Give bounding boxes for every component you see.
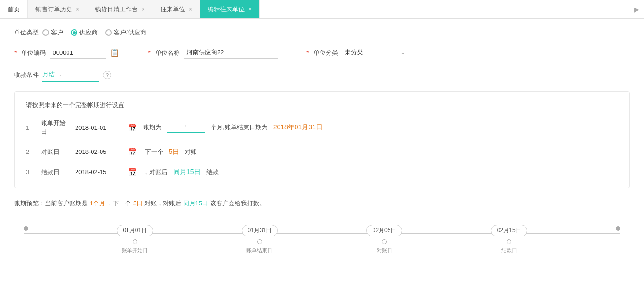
tab-bar: 首页 销售订单历史 × 钱货日清工作台 × 往来单位 × 编辑往来单位 × ▶ [0, 0, 644, 19]
period-months-input[interactable] [167, 123, 205, 133]
timeline-start-circle [24, 226, 28, 231]
tab-home-label: 首页 [8, 5, 20, 14]
timeline-node-4-label: 02月15日 [491, 225, 527, 236]
period-row-2-date: 2018-02-05 [75, 148, 122, 155]
period-row-2-prefix: ,下一个 [143, 148, 163, 156]
content-area: 单位类型 客户 供应商 客户/供应商 * 单位编码 [0, 19, 644, 287]
help-icon[interactable]: ? [103, 71, 111, 79]
radio-customer-label: 客户 [51, 28, 63, 37]
timeline-node-4: 02月15日 结款日 [491, 225, 527, 254]
period-row-2: 2 对账日 2018-02-05 📅 ,下一个 5日 对账 [26, 147, 618, 156]
timeline-node-4-sublabel: 结款日 [501, 247, 517, 254]
unit-name-input[interactable] [184, 47, 278, 59]
tab-partner-label: 往来单位 [161, 5, 185, 14]
period-settings-box: 请按照未来的一个完整帐期进行设置 1 账单开始日 2018-01-01 📅 账期… [14, 91, 630, 188]
tab-cash-work[interactable]: 钱货日清工作台 × [87, 0, 153, 18]
timeline-node-2: 01月31日 账单结束日 [242, 225, 278, 254]
period-row-3-date: 2018-02-15 [75, 169, 122, 176]
radio-customer[interactable]: 客户 [42, 28, 63, 37]
period-row-1: 1 账单开始日 2018-01-01 📅 账期为 个月,账单结束日期为 2018… [26, 119, 618, 136]
unit-code-field: * 单位编码 📋 [14, 47, 119, 59]
period-row-1-suffix: 个月,账单结束日期为 [211, 123, 268, 132]
period-row-1-cal-icon[interactable]: 📅 [128, 123, 137, 132]
unit-name-label: 单位名称 [155, 49, 180, 57]
radio-both-label: 客户/供应商 [114, 28, 146, 37]
tab-cash-work-label: 钱货日清工作台 [95, 5, 138, 14]
period-row-1-period-label: 账期为 [143, 123, 161, 132]
tab-partner[interactable]: 往来单位 × [153, 0, 200, 18]
timeline-node-1-sublabel: 账单开始日 [122, 247, 148, 254]
unit-name-required: * [148, 49, 150, 57]
period-row-1-date: 2018-01-01 [75, 124, 122, 131]
period-row-3: 3 结款日 2018-02-15 📅 ，对账后 同月15日 结款 [26, 168, 618, 177]
unit-type-radio-group: 客户 供应商 客户/供应商 [42, 28, 146, 37]
timeline-node-3: 02月05日 对账日 [366, 225, 403, 254]
period-row-2-cal-icon[interactable]: 📅 [128, 147, 137, 156]
timeline-node-2-sublabel: 账单结束日 [246, 247, 272, 254]
preview-suffix: 该客户会给我打款。 [210, 200, 265, 207]
unit-category-value: 未分类 [345, 48, 398, 57]
preview-part2: 5日 [133, 200, 143, 207]
unit-category-required: * [306, 49, 309, 57]
timeline-node-2-dot [257, 239, 262, 244]
preview-section: 账期预览：当前客户账期是 1个月 ，下一个 5日 对账，对账后 同月15日 该客… [14, 198, 630, 209]
close-partner-icon[interactable]: × [189, 6, 192, 13]
radio-supplier[interactable]: 供应商 [71, 28, 98, 37]
preview-part3: 同月15日 [183, 200, 208, 207]
tab-edit-partner-label: 编辑往来单位 [208, 5, 245, 14]
timeline-node-4-dot [507, 239, 511, 244]
preview-middle1: ，下一个 [107, 200, 131, 207]
unit-code-required: * [14, 49, 17, 57]
close-cash-work-icon[interactable]: × [142, 6, 145, 13]
unit-code-input[interactable] [50, 47, 106, 59]
unit-type-field: 单位类型 客户 供应商 客户/供应商 [14, 28, 146, 37]
timeline-container: 01月01日 账单开始日 01月31日 账单结束日 02月05日 对账日 02月… [14, 220, 630, 268]
period-row-2-suffix: 对账 [185, 148, 197, 156]
period-row-3-label: 结款日 [41, 168, 69, 177]
tab-scroll-arrow[interactable]: ▶ [629, 0, 644, 18]
radio-customer-circle [42, 29, 49, 36]
radio-both[interactable]: 客户/供应商 [105, 28, 146, 37]
unit-category-label: 单位分类 [314, 49, 338, 57]
unit-code-label: 单位编码 [21, 49, 46, 57]
radio-supplier-label: 供应商 [79, 28, 98, 37]
unit-category-field: * 单位分类 未分类 ⌄ [306, 46, 408, 59]
timeline-node-3-sublabel: 对账日 [377, 247, 392, 254]
period-row-3-cal-icon[interactable]: 📅 [128, 168, 137, 177]
period-row-2-num: 2 [26, 148, 35, 155]
unit-type-label: 单位类型 [14, 28, 39, 37]
timeline-node-1: 01月01日 账单开始日 [117, 225, 153, 254]
close-sales-history-icon[interactable]: × [76, 6, 79, 13]
payment-condition-value: 月结 [42, 70, 55, 79]
period-row-3-highlight: 同月15日 [173, 168, 201, 177]
payment-condition-arrow-icon: ⌄ [58, 72, 62, 78]
period-row-1-num: 1 [26, 124, 35, 131]
tab-sales-history-label: 销售订单历史 [35, 5, 72, 14]
unit-category-arrow-icon: ⌄ [400, 49, 405, 56]
unit-category-select[interactable]: 未分类 ⌄ [342, 46, 408, 59]
radio-both-circle [105, 29, 112, 36]
tab-home[interactable]: 首页 [0, 0, 28, 18]
tab-sales-history[interactable]: 销售订单历史 × [28, 0, 87, 18]
payment-condition-field: 收款条件 月结 ⌄ ? [14, 68, 111, 82]
period-row-3-num: 3 [26, 169, 35, 176]
payment-condition-select[interactable]: 月结 ⌄ [42, 68, 99, 82]
unit-type-row: 单位类型 客户 供应商 客户/供应商 [14, 28, 630, 37]
period-box-title: 请按照未来的一个完整帐期进行设置 [26, 101, 618, 110]
timeline-end-circle [616, 226, 620, 231]
close-edit-partner-icon[interactable]: × [248, 6, 252, 13]
period-row-3-prefix: ，对账后 [143, 168, 168, 177]
timeline-node-3-label: 02月05日 [366, 225, 403, 236]
payment-condition-row: 收款条件 月结 ⌄ ? [14, 68, 630, 82]
period-row-1-end-date: 2018年01月31日 [273, 123, 322, 132]
timeline-items: 01月01日 账单开始日 01月31日 账单结束日 02月05日 对账日 02月… [24, 225, 620, 254]
timeline-node-1-dot [133, 239, 137, 244]
period-row-3-suffix: 结款 [206, 168, 219, 177]
timeline-start-dot [24, 225, 28, 231]
timeline-end-dot [616, 225, 620, 231]
radio-supplier-circle [71, 29, 77, 36]
tab-edit-partner[interactable]: 编辑往来单位 × [200, 0, 260, 18]
preview-part1: 1个月 [90, 200, 105, 207]
timeline-node-2-label: 01月31日 [242, 225, 278, 236]
copy-icon[interactable]: 📋 [110, 48, 119, 57]
